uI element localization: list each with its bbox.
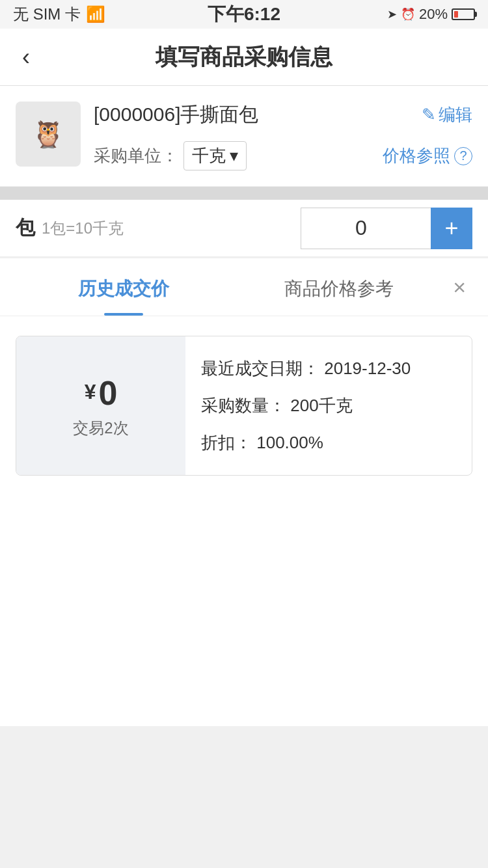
dropdown-icon: ▾	[230, 146, 238, 166]
discount-label: 折扣：	[201, 433, 252, 452]
product-meta: 采购单位： 千克 ▾ 价格参照 ?	[94, 141, 472, 170]
qty-conversion: 1包=10千克	[42, 218, 124, 239]
tab-history-price[interactable]: 历史成交价	[16, 258, 231, 316]
tabs-header: 历史成交价 商品价格参考 ×	[0, 258, 488, 316]
price-transactions: 交易2次	[73, 418, 128, 439]
edit-label: 编辑	[439, 103, 472, 126]
tab2-label: 商品价格参考	[284, 278, 394, 299]
product-image: 🦉	[16, 102, 81, 167]
qty-unit-name: 包	[16, 215, 35, 241]
tab-price-reference[interactable]: 商品价格参考	[231, 258, 446, 316]
status-right: ➤ ⏰ 20%	[387, 6, 475, 23]
purchase-qty-row: 采购数量： 200千克	[201, 393, 456, 418]
alarm-icon: ⏰	[401, 7, 415, 21]
back-button[interactable]: ‹	[16, 37, 36, 77]
price-card: ¥ 0 交易2次 最近成交日期： 2019-12-30 采购数量： 200千克 …	[16, 336, 472, 476]
quantity-input[interactable]	[301, 208, 431, 249]
edit-button[interactable]: ✎ 编辑	[422, 103, 472, 126]
quantity-row: 包 1包=10千克 +	[0, 200, 488, 257]
unit-prefix-label: 采购单位：	[94, 144, 178, 167]
product-title: 手撕面包	[180, 103, 258, 125]
divider-bar	[0, 187, 488, 200]
price-ref-button[interactable]: 价格参照 ?	[383, 144, 472, 167]
tabs-close-button[interactable]: ×	[446, 269, 472, 305]
nav-bar: ‹ 填写商品采购信息	[0, 29, 488, 86]
status-bar: 无 SIM 卡 📶 下午6:12 ➤ ⏰ 20%	[0, 0, 488, 29]
battery-percent: 20%	[419, 6, 448, 23]
product-id: [0000006]	[94, 103, 180, 125]
qty-plus-button[interactable]: +	[431, 208, 472, 249]
product-name: [0000006]手撕面包	[94, 102, 258, 128]
location-icon: ➤	[387, 7, 397, 21]
product-section: 🦉 [0000006]手撕面包 ✎ 编辑 采购单位： 千克 ▾ 价格参照 ?	[0, 86, 488, 187]
qty-label: 包 1包=10千克	[16, 215, 124, 241]
price-card-left: ¥ 0 交易2次	[16, 336, 185, 475]
battery-indicator	[452, 8, 475, 20]
tab-content: ¥ 0 交易2次 最近成交日期： 2019-12-30 采购数量： 200千克 …	[0, 336, 488, 726]
sim-status: 无 SIM 卡	[13, 4, 81, 25]
price-card-right: 最近成交日期： 2019-12-30 采购数量： 200千克 折扣： 100.0…	[185, 336, 472, 475]
purchase-qty-value: 200千克	[290, 396, 352, 415]
edit-icon: ✎	[422, 105, 436, 125]
price-ref-help-icon: ?	[454, 147, 472, 165]
status-left: 无 SIM 卡 📶	[13, 4, 105, 25]
price-value: 0	[98, 373, 117, 413]
recent-date-value: 2019-12-30	[324, 359, 411, 378]
unit-value: 千克	[192, 144, 226, 167]
price-amount: ¥ 0	[85, 373, 118, 413]
purchase-qty-label: 采购数量：	[201, 396, 286, 415]
product-thumbnail-icon: 🦉	[32, 119, 64, 150]
price-ref-label: 价格参照	[383, 144, 450, 167]
price-currency-symbol: ¥	[85, 373, 96, 404]
page-title: 填写商品采购信息	[156, 42, 332, 72]
discount-row: 折扣： 100.00%	[201, 430, 456, 455]
qty-controls: +	[301, 208, 472, 249]
status-time: 下午6:12	[208, 2, 280, 27]
unit-label-group: 采购单位： 千克 ▾	[94, 141, 247, 170]
wifi-icon: 📶	[86, 5, 105, 23]
tab1-label: 历史成交价	[78, 278, 169, 299]
discount-value: 100.00%	[256, 433, 323, 452]
product-info: [0000006]手撕面包 ✎ 编辑 采购单位： 千克 ▾ 价格参照 ?	[94, 102, 472, 170]
recent-date-row: 最近成交日期： 2019-12-30	[201, 356, 456, 381]
unit-select-dropdown[interactable]: 千克 ▾	[183, 141, 247, 170]
product-header: [0000006]手撕面包 ✎ 编辑	[94, 102, 472, 128]
tabs-section: 历史成交价 商品价格参考 × ¥ 0 交易2次 最近成交日期： 2019-12-…	[0, 258, 488, 726]
recent-date-label: 最近成交日期：	[201, 359, 319, 378]
